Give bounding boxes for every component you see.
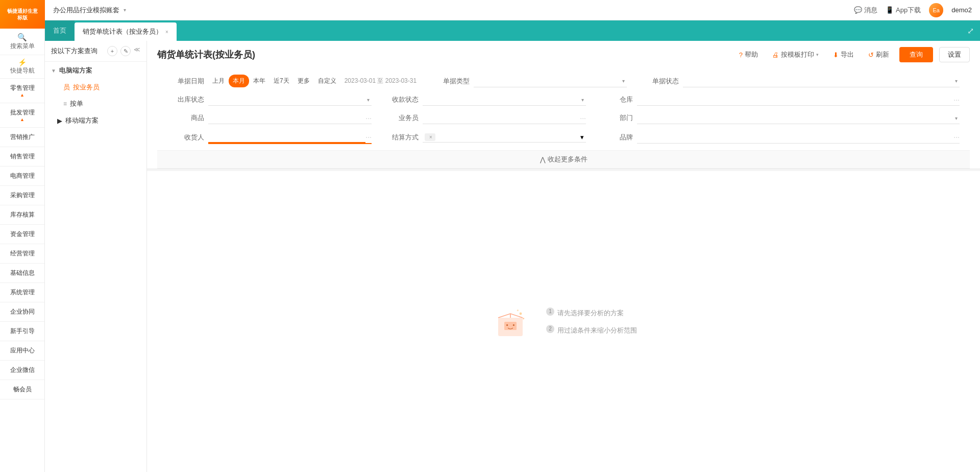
receiver-input-wrapper: ··· — [208, 130, 372, 144]
content-area: 按以下方案查询 + ✎ ≪ ▼ 电脑端方案 员 按业务员 ≡ 按单 ▶ — [45, 41, 980, 472]
brand-control: ··· — [637, 131, 960, 144]
receiver-control: ··· — [208, 130, 372, 144]
empty-state-icon — [490, 301, 531, 342]
sidebar-item-quicknav[interactable]: ⚡ 快捷导航 — [0, 55, 44, 79]
sidebar-item-apps[interactable]: 应用中心 — [0, 341, 44, 361]
settings-btn[interactable]: 设置 — [939, 47, 970, 62]
salesperson-input-wrapper: ··· — [423, 112, 586, 124]
goods-dots[interactable]: ··· — [365, 114, 372, 122]
tab-close-icon[interactable]: × — [165, 29, 168, 35]
sidebar-item-ecommerce[interactable]: 电商管理 — [0, 167, 44, 186]
add-scheme-btn[interactable]: + — [107, 46, 117, 56]
print-dropdown[interactable]: ▾ — [816, 52, 819, 57]
sidebar-item-inventory[interactable]: 库存核算 — [0, 205, 44, 225]
sidebar-item-wholesale[interactable]: 批发管理 ▲ — [0, 103, 44, 128]
settlement-control: × ▾ — [423, 132, 586, 143]
brand-dots[interactable]: ··· — [953, 133, 960, 141]
doc-type-input[interactable] — [474, 75, 627, 87]
page-header: 销货单统计表(按业务员) ? 帮助 🖨 按模板打印 ▾ ⬇ — [147, 41, 980, 169]
receipt-status-label: 收款状态 — [382, 95, 423, 104]
sidebar-item-enterprise[interactable]: 企业协同 — [0, 302, 44, 322]
this-month-btn[interactable]: 本月 — [229, 75, 249, 87]
refresh-icon: ↺ — [868, 51, 874, 59]
receipt-status-input[interactable] — [423, 93, 586, 105]
sidebar-item-system[interactable]: 系统管理 — [0, 283, 44, 302]
custom-btn[interactable]: 自定义 — [314, 75, 340, 87]
basic-label: 基础信息 — [0, 269, 44, 277]
salesperson-input[interactable] — [423, 112, 580, 124]
this-year-btn[interactable]: 本年 — [249, 75, 270, 87]
last7days-btn[interactable]: 近7天 — [270, 75, 293, 87]
date-range: 2023-03-01 至 2023-03-31 — [345, 77, 416, 85]
export-btn[interactable]: ⬇ 导出 — [829, 48, 858, 61]
message-icon: 💬 — [854, 6, 862, 14]
tree-item-salesperson[interactable]: 员 按业务员 — [45, 79, 146, 96]
sidebar-item-purchase[interactable]: 采购管理 — [0, 186, 44, 205]
warehouse-dots[interactable]: ··· — [953, 96, 960, 104]
message-btn[interactable]: 💬 消息 — [854, 6, 877, 15]
out-status-label: 出库状态 — [167, 95, 208, 104]
tab-home[interactable]: 首页 — [45, 20, 75, 41]
sidebar-item-operations[interactable]: 经营管理 — [0, 244, 44, 264]
doc-type-select-wrapper: ▾ — [474, 75, 627, 87]
settlement-arrow[interactable]: ▾ — [580, 133, 584, 141]
panel-title: 按以下方案查询 — [51, 46, 97, 56]
warehouse-label: 仓库 — [596, 95, 637, 104]
refresh-btn[interactable]: ↺ 刷新 — [864, 48, 893, 61]
salesperson-dots[interactable]: ··· — [580, 114, 586, 122]
avatar[interactable]: Ea — [929, 3, 943, 17]
more-btn[interactable]: 更多 — [293, 75, 314, 87]
maximize-btn[interactable]: ⤢ — [961, 26, 980, 36]
sidebar-item-basic[interactable]: 基础信息 — [0, 264, 44, 283]
sidebar-item-finance[interactable]: 资金管理 — [0, 225, 44, 244]
collapse-btn[interactable]: ⋀ 收起更多条件 — [540, 155, 587, 164]
sidebar-item-search[interactable]: 🔍 搜索菜单 — [0, 29, 44, 55]
doc-status-input[interactable] — [683, 75, 960, 87]
receiver-dots[interactable]: ··· — [365, 133, 372, 141]
doc-type-label: 单据类型 — [433, 77, 474, 86]
order-icon: ≡ — [63, 100, 67, 107]
sidebar-item-marketing[interactable]: 营销推广 — [0, 128, 44, 147]
filter-area: 单据日期 上月 本月 本年 近7天 更多 自定义 2023-03-01 至 20… — [157, 68, 970, 150]
sidebar-item-sales[interactable]: 销售管理 — [0, 147, 44, 167]
topbar-dropdown-arrow[interactable]: ▾ — [124, 7, 126, 13]
tree-mobile-arrow: ▶ — [57, 117, 62, 125]
svg-point-3 — [520, 312, 522, 315]
last-month-btn[interactable]: 上月 — [208, 75, 229, 87]
print-icon: 🖨 — [772, 51, 779, 59]
tab-active[interactable]: 销货单统计表（按业务员） × — [75, 22, 177, 41]
sidebar-item-member[interactable]: 畅会员 — [0, 380, 44, 399]
help-icon: ? — [739, 51, 743, 59]
edit-scheme-btn[interactable]: ✎ — [120, 46, 131, 56]
tree-item-order[interactable]: ≡ 按单 — [45, 96, 146, 112]
search-label: 搜索菜单 — [0, 42, 44, 51]
app-logo[interactable]: 畅捷通好生意 标版 — [0, 0, 45, 29]
dept-input[interactable] — [637, 112, 960, 124]
warehouse-input[interactable] — [637, 93, 953, 105]
salesperson-control: ··· — [423, 112, 586, 124]
print-btn[interactable]: 🖨 按模板打印 ▾ — [768, 48, 823, 61]
help-label: 帮助 — [745, 50, 758, 59]
goods-input-wrapper: ··· — [208, 112, 372, 124]
query-btn[interactable]: 查询 — [899, 47, 933, 62]
sales-label: 销售管理 — [0, 152, 44, 161]
receiver-input[interactable] — [208, 130, 365, 143]
sidebar-item-newbie[interactable]: 新手引导 — [0, 322, 44, 341]
tree-mobile-section: ▶ 移动端方案 — [45, 112, 146, 129]
brand-input[interactable] — [637, 131, 953, 143]
goods-input[interactable] — [208, 112, 365, 124]
sidebar-item-wechat[interactable]: 企业微信 — [0, 361, 44, 380]
operations-label: 经营管理 — [0, 249, 44, 258]
sidebar-item-retail[interactable]: 零售管理 ▲ — [0, 79, 44, 103]
out-status-input[interactable] — [208, 93, 372, 105]
filter-row-1: 单据日期 上月 本月 本年 近7天 更多 自定义 2023-03-01 至 20… — [167, 75, 960, 87]
settlement-label: 结算方式 — [382, 133, 423, 142]
app-download-btn[interactable]: 📱 App下载 — [886, 6, 921, 15]
doc-type-control: ▾ — [474, 75, 627, 87]
panel-collapse-btn[interactable]: ≪ — [134, 46, 140, 56]
topbar-left: 办公用品行业模拟账套 ▾ — [53, 6, 126, 15]
svg-point-6 — [506, 324, 508, 325]
help-btn[interactable]: ? 帮助 — [735, 48, 762, 61]
svg-point-5 — [517, 310, 519, 311]
settlement-tag-close[interactable]: × — [429, 134, 432, 140]
